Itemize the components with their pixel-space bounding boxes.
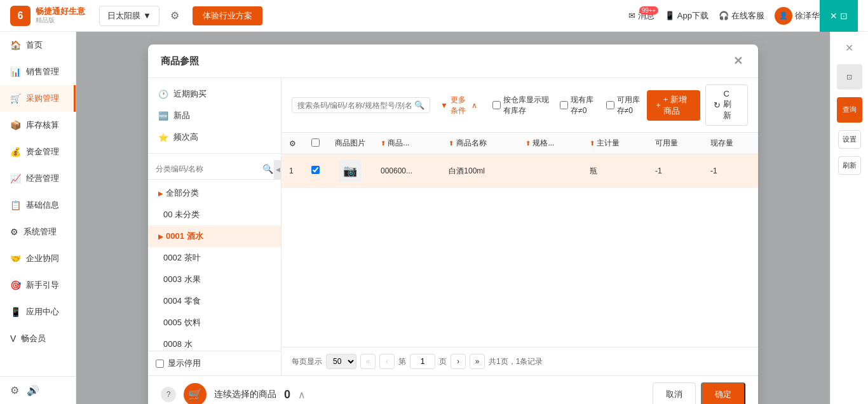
- column-settings-icon[interactable]: ⚙: [289, 139, 296, 148]
- notification-badge: 99++: [639, 6, 658, 15]
- product-search-icon[interactable]: 🔍: [414, 100, 424, 110]
- total-info: 共1页，1条记录: [489, 356, 543, 367]
- sidebar-item-finance[interactable]: 💰 资金管理: [0, 138, 76, 165]
- user-item[interactable]: 👤 徐泽华: [775, 7, 820, 25]
- checkbox-stock-nonzero[interactable]: 现有库存≠0: [560, 95, 596, 116]
- refresh-label: C 刷新: [723, 89, 740, 121]
- last-page-button[interactable]: »: [470, 354, 485, 369]
- col-code-label: 商品...: [388, 138, 409, 147]
- trial-btn[interactable]: 体验行业方案: [193, 6, 262, 25]
- page-number-input[interactable]: [410, 354, 435, 369]
- logo-icon: 6: [10, 6, 31, 26]
- category-search-input[interactable]: [156, 165, 260, 173]
- sidebar-item-operations[interactable]: 📈 经营管理: [0, 165, 76, 192]
- row-checkbox[interactable]: [311, 166, 320, 174]
- right-panel-close-button[interactable]: ✕: [843, 39, 856, 57]
- nav-right: ✉ 消息 99++ 📱 App下载 🎧 在线客服 👤 徐泽华: [628, 7, 820, 25]
- table-body: 1 📷: [281, 154, 758, 188]
- sidebar-item-app-center[interactable]: 📱 应用中心: [0, 299, 76, 325]
- stock-nonzero-input[interactable]: [560, 101, 568, 109]
- sidebar-item-enterprise[interactable]: 🤝 企业协同: [0, 245, 76, 272]
- category-label-2: 0002 茶叶: [163, 252, 201, 264]
- help-button[interactable]: ?: [161, 387, 176, 402]
- collapse-panel-button[interactable]: ◀: [274, 160, 281, 179]
- row-image-cell: 📷: [327, 154, 373, 188]
- right-panel-query-button[interactable]: 查询: [837, 97, 862, 123]
- collapse-bottom-icon[interactable]: ∧: [298, 389, 306, 401]
- row-spec: [518, 154, 582, 188]
- app-center-icon: 📱: [10, 307, 21, 317]
- table-row[interactable]: 1 📷: [281, 154, 758, 188]
- tab-new-product[interactable]: 🆕 新品: [148, 105, 281, 126]
- refresh-button[interactable]: ↻ C 刷新: [705, 84, 748, 126]
- show-disabled-checkbox[interactable]: [156, 360, 164, 368]
- store-dropdown[interactable]: 日太阳膜 ▼: [99, 6, 159, 26]
- warehouse-checkbox-input[interactable]: [492, 101, 501, 109]
- sidebar-item-basic-info[interactable]: 📋 基础信息: [0, 192, 76, 219]
- tab-recent-purchase[interactable]: 🕐 近期购买: [148, 83, 281, 105]
- volume-icon[interactable]: 🔊: [27, 384, 39, 396]
- category-search-area: 🔍: [148, 159, 281, 180]
- cart-button[interactable]: 🛒: [184, 383, 207, 404]
- notification-item[interactable]: ✉ 消息 99++: [628, 10, 654, 22]
- category-search-icon[interactable]: 🔍: [262, 164, 273, 174]
- per-page-select[interactable]: 50: [326, 354, 356, 369]
- cancel-button[interactable]: 取消: [653, 382, 696, 404]
- sidebar-item-guide[interactable]: 🎯 新手引导: [0, 272, 76, 299]
- tab-frequent[interactable]: ⭐ 频次高: [148, 126, 281, 148]
- modal-toolbar: 🔍 ▼ 更多条件 ∧ 按仓库显示现有库存: [281, 78, 758, 133]
- select-all-checkbox[interactable]: [311, 138, 320, 147]
- category-label-4: 0004 零食: [163, 295, 201, 307]
- col-spec-label: 规格...: [532, 138, 554, 147]
- right-panel-expand-button[interactable]: ⊡: [837, 64, 862, 90]
- th-available: 可用量: [648, 133, 703, 154]
- right-panel-settings-button[interactable]: 设置: [838, 130, 861, 149]
- main-layout: 🏠 首页 📊 销售管理 🛒 采购管理 📦 库存核算 💰 资金管理 📈 经营管理 …: [0, 32, 868, 404]
- teal-panel-toggle[interactable]: ✕ ⊡: [820, 0, 858, 32]
- add-product-button[interactable]: + + 新增商品: [647, 90, 700, 121]
- modal-close-button[interactable]: ✕: [730, 53, 745, 69]
- sidebar-item-member[interactable]: V 畅会员: [0, 325, 76, 352]
- app-download-item[interactable]: 📱 App下载: [665, 10, 709, 22]
- sidebar-item-system[interactable]: ⚙ 系统管理: [0, 219, 76, 245]
- category-item-0[interactable]: 00 未分类: [148, 204, 281, 226]
- checkbox-warehouse[interactable]: 按仓库显示现有库存: [492, 95, 550, 116]
- confirm-button[interactable]: 确定: [701, 382, 745, 404]
- settings-bottom-icon[interactable]: ⚙: [10, 384, 19, 396]
- category-item-4[interactable]: 0004 零食: [148, 290, 281, 312]
- online-service-item[interactable]: 🎧 在线客服: [719, 10, 764, 22]
- stock-nonzero-label: 现有库存≠0: [571, 95, 596, 116]
- right-side-panel: ✕ ⊡ 查询 设置 刷新: [830, 32, 868, 404]
- category-item-1[interactable]: ▶ 0001 酒水: [148, 226, 281, 247]
- checkbox-available-nonzero[interactable]: 可用库存≠0: [606, 95, 642, 116]
- star-icon: ⭐: [158, 133, 168, 142]
- user-name: 徐泽华: [795, 10, 820, 22]
- category-item-all[interactable]: ▶ 全部分类: [148, 182, 281, 204]
- category-item-6[interactable]: 0008 水: [148, 333, 281, 351]
- category-label-all: 全部分类: [166, 187, 199, 199]
- online-service-label: 在线客服: [731, 10, 764, 22]
- right-panel-refresh-button[interactable]: 刷新: [838, 156, 861, 175]
- sidebar-bottom: ⚙ 🔊: [0, 376, 76, 404]
- available-nonzero-input[interactable]: [606, 101, 614, 109]
- next-page-button[interactable]: ›: [451, 354, 466, 369]
- product-search-input[interactable]: [297, 101, 412, 110]
- th-spec: ⬆ 规格...: [518, 133, 582, 154]
- content-area: 商品参照 ✕ 🕐 近期购买 🆕: [76, 32, 830, 404]
- sidebar-item-home[interactable]: 🏠 首页: [0, 32, 76, 58]
- sidebar-item-sales[interactable]: 📊 销售管理: [0, 58, 76, 85]
- category-item-2[interactable]: 0002 茶叶: [148, 247, 281, 269]
- more-filter-button[interactable]: ▼ 更多条件 ∧: [435, 92, 482, 119]
- warehouse-checkbox-label: 按仓库显示现有库存: [503, 95, 550, 116]
- first-page-button[interactable]: «: [360, 354, 376, 369]
- logo-sub: 精品版: [36, 16, 85, 25]
- sidebar-item-inventory[interactable]: 📦 库存核算: [0, 112, 76, 138]
- sidebar-item-purchase[interactable]: 🛒 采购管理: [0, 85, 76, 112]
- prev-page-button[interactable]: ‹: [379, 354, 395, 369]
- category-item-3[interactable]: 0003 水果: [148, 269, 281, 290]
- tab-frequent-label: 频次高: [173, 131, 198, 143]
- settings-icon[interactable]: ⚙: [165, 6, 185, 26]
- finance-icon: 💰: [10, 147, 21, 157]
- row-checkbox-cell: [304, 154, 327, 188]
- category-item-5[interactable]: 0005 饮料: [148, 312, 281, 333]
